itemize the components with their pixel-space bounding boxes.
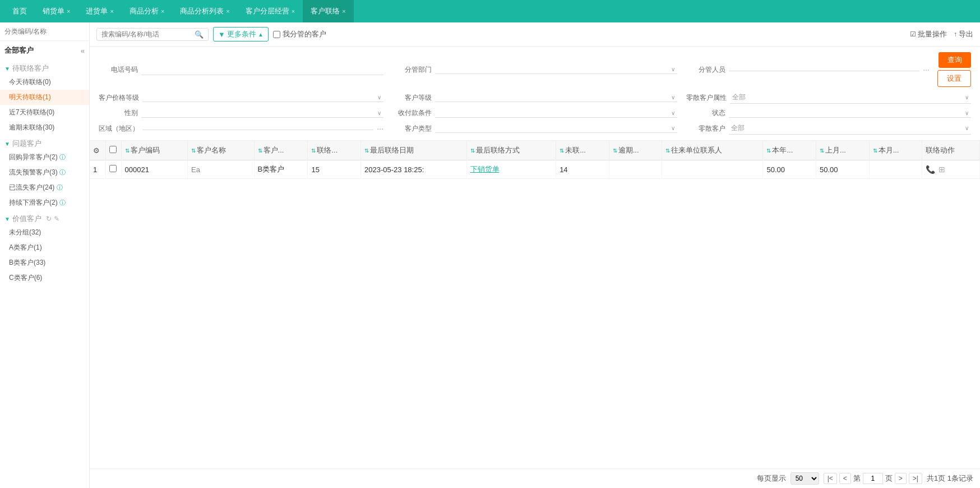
col-no-contact: ⇅未联... bbox=[556, 141, 609, 160]
sidebar-all-customers[interactable]: 全部客户 « bbox=[0, 41, 89, 60]
reset-btn[interactable]: 设置 bbox=[937, 70, 971, 87]
price-grade-select[interactable]: ∨ bbox=[142, 93, 383, 102]
first-page-btn[interactable]: |< bbox=[824, 473, 837, 484]
close-product-list-icon[interactable]: × bbox=[226, 8, 229, 15]
search-input[interactable] bbox=[101, 30, 195, 38]
close-sales-order-icon[interactable]: × bbox=[67, 8, 70, 15]
nav-customer-contact[interactable]: 客户联络 × bbox=[303, 0, 353, 22]
select-all-checkbox[interactable] bbox=[109, 146, 117, 153]
manager-input[interactable] bbox=[729, 68, 919, 71]
query-btn[interactable]: 查询 bbox=[939, 52, 971, 68]
col-checkbox bbox=[105, 141, 121, 160]
nav-purchase-order[interactable]: 进货单 × bbox=[78, 0, 121, 22]
action-more-icon[interactable]: ⊞ bbox=[939, 165, 945, 174]
export-btn[interactable]: ↑ 导出 bbox=[954, 29, 973, 39]
sidebar-item-class-a[interactable]: A类客户(1) bbox=[0, 240, 89, 255]
cell-last-method[interactable]: 下销货单 bbox=[466, 160, 556, 179]
my-customers-checkbox[interactable] bbox=[273, 31, 280, 38]
nav-sales-order[interactable]: 销货单 × bbox=[35, 0, 78, 22]
sidebar-item-churn-warning[interactable]: 流失预警客户(3) ⓘ bbox=[0, 165, 89, 180]
filter-more-btn[interactable]: ▼ 更多条件 ▲ bbox=[213, 27, 269, 42]
close-customer-contact-icon[interactable]: × bbox=[342, 8, 345, 15]
sidebar-item-churned[interactable]: 已流失客户(24) ⓘ bbox=[0, 180, 89, 195]
sidebar-collapse-icon[interactable]: « bbox=[81, 47, 85, 55]
close-product-analysis-icon[interactable]: × bbox=[161, 8, 164, 15]
sort-this-month-icon[interactable]: ⇅ bbox=[873, 148, 877, 154]
cell-action: 📞 ⊞ bbox=[922, 160, 980, 179]
page-size-select[interactable]: 50 100 200 bbox=[791, 472, 819, 485]
retail-customer-arrow-icon: ∨ bbox=[965, 125, 969, 131]
sort-name-icon[interactable]: ⇅ bbox=[191, 148, 196, 154]
sort-code-icon[interactable]: ⇅ bbox=[125, 148, 130, 154]
region-input[interactable] bbox=[142, 127, 373, 130]
settings-icon[interactable]: ⚙ bbox=[93, 146, 100, 155]
customer-grade-select[interactable]: ∨ bbox=[435, 93, 677, 102]
filter-customer-type: 客户类型 ∨ bbox=[392, 124, 677, 133]
payment-select[interactable]: ∨ bbox=[435, 109, 677, 118]
edit-icon[interactable]: ✎ bbox=[54, 215, 59, 223]
search-icon[interactable]: 🔍 bbox=[195, 30, 204, 39]
action-phone-icon[interactable]: 📞 bbox=[926, 165, 935, 174]
col-action: 联络动作 bbox=[922, 141, 980, 160]
sort-date-icon[interactable]: ⇅ bbox=[364, 148, 369, 154]
prev-page-btn[interactable]: < bbox=[839, 473, 851, 484]
last-page-btn[interactable]: >| bbox=[909, 473, 922, 484]
customer-type-select[interactable]: ∨ bbox=[435, 124, 677, 133]
sort-last-month-icon[interactable]: ⇅ bbox=[820, 148, 824, 154]
col-code: ⇅客户编码 bbox=[121, 141, 188, 160]
nav-product-analysis[interactable]: 商品分析 × bbox=[122, 0, 172, 22]
nav-product-analysis-list[interactable]: 商品分析列表 × bbox=[172, 0, 237, 22]
search-box: 🔍 bbox=[96, 28, 209, 41]
close-customer-tier-icon[interactable]: × bbox=[292, 8, 295, 15]
sidebar-item-declining[interactable]: 持续下滑客户(2) ⓘ bbox=[0, 195, 89, 210]
row-checkbox[interactable] bbox=[109, 165, 117, 172]
sort-method-icon[interactable]: ⇅ bbox=[470, 148, 475, 154]
sidebar-item-today[interactable]: 今天待联络(0) bbox=[0, 75, 89, 90]
retail-attr-select[interactable]: 全部 ∨ bbox=[730, 91, 971, 104]
next-page-btn[interactable]: > bbox=[895, 473, 907, 484]
filter-price-grade: 客户价格等级 ∨ bbox=[99, 93, 383, 103]
sidebar-item-overdue[interactable]: 逾期未联络(30) bbox=[0, 120, 89, 135]
dept-select[interactable]: ∨ bbox=[435, 65, 677, 74]
col-contact-count: ⇅联络... bbox=[308, 141, 361, 160]
section-triangle3-icon: ▼ bbox=[4, 216, 10, 222]
sidebar-item-class-c[interactable]: C类客户(6) bbox=[0, 270, 89, 286]
my-customers-filter[interactable]: 我分管的客户 bbox=[273, 29, 326, 39]
dept-arrow-icon: ∨ bbox=[671, 66, 675, 72]
sidebar-item-tomorrow[interactable]: 明天待联络(1) bbox=[0, 90, 89, 105]
table-container: ⚙ ⇅客户编码 ⇅客户名称 ⇅客户... ⇅联络... ⇅最后联络日期 ⇅最后联… bbox=[90, 141, 980, 468]
col-last-date: ⇅最后联络日期 bbox=[361, 141, 466, 160]
sidebar-item-abnormal[interactable]: 回购异常客户(2) ⓘ bbox=[0, 150, 89, 165]
toolbar-right: ☑ 批量操作 ↑ 导出 bbox=[910, 29, 973, 39]
region-more-icon[interactable]: ··· bbox=[377, 124, 383, 133]
sort-contact-icon[interactable]: ⇅ bbox=[311, 148, 316, 154]
sidebar-item-7days[interactable]: 近7天待联络(0) bbox=[0, 105, 89, 120]
nav-customer-tier[interactable]: 客户分层经营 × bbox=[238, 0, 303, 22]
action-buttons: 查询 设置 bbox=[937, 52, 971, 87]
phone-input[interactable] bbox=[141, 65, 383, 75]
price-grade-arrow-icon: ∨ bbox=[377, 94, 381, 100]
gender-select[interactable]: ∨ bbox=[141, 109, 383, 118]
retail-attr-arrow-icon: ∨ bbox=[965, 94, 969, 100]
sort-person-icon[interactable]: ⇅ bbox=[665, 148, 670, 154]
refresh-icon[interactable]: ↻ bbox=[46, 215, 52, 223]
retail-customer-select[interactable]: 全部 ∨ bbox=[729, 122, 971, 135]
sort-overdue-icon[interactable]: ⇅ bbox=[613, 148, 617, 154]
manager-more-icon[interactable]: ··· bbox=[923, 65, 930, 74]
nav-home[interactable]: 首页 bbox=[4, 0, 35, 22]
page-input[interactable] bbox=[863, 473, 883, 484]
sidebar-item-ungroup[interactable]: 未分组(32) bbox=[0, 225, 89, 240]
sort-type-icon[interactable]: ⇅ bbox=[258, 148, 262, 154]
filter-gender: 性别 ∨ bbox=[99, 108, 383, 118]
filter-payment: 收付款条件 ∨ bbox=[392, 108, 677, 118]
sort-no-contact-icon[interactable]: ⇅ bbox=[560, 148, 564, 154]
cell-last-date: 2023-05-23 18:25: bbox=[361, 160, 466, 179]
sidebar-search-input[interactable] bbox=[4, 27, 89, 35]
close-purchase-order-icon[interactable]: × bbox=[110, 8, 113, 15]
last-method-link[interactable]: 下销货单 bbox=[470, 165, 500, 173]
col-last-month: ⇅上月... bbox=[816, 141, 870, 160]
sidebar-item-class-b[interactable]: B类客户(33) bbox=[0, 255, 89, 270]
batch-op-btn[interactable]: ☑ 批量操作 bbox=[910, 29, 947, 39]
sort-year-icon[interactable]: ⇅ bbox=[766, 148, 771, 154]
status-select[interactable]: ∨ bbox=[729, 109, 971, 118]
